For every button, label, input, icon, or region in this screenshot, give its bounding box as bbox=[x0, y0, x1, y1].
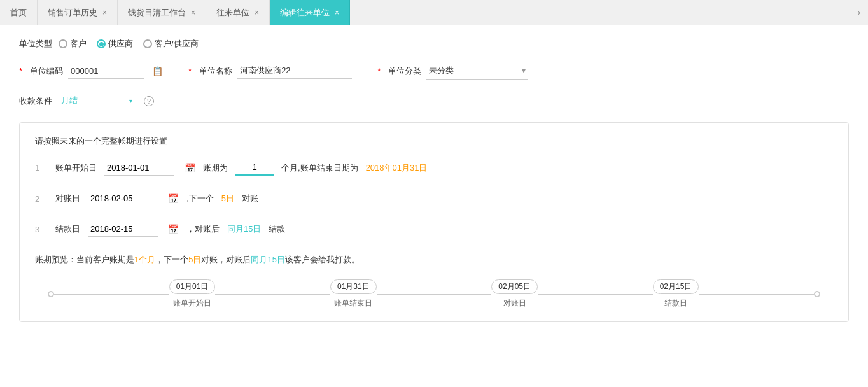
preview-months: 1个月 bbox=[134, 255, 155, 264]
period-check-day-highlight: 5日 bbox=[221, 193, 234, 204]
period-field-label-2: 对账日 bbox=[55, 193, 80, 204]
unit-category-label: 单位分类 bbox=[388, 66, 421, 77]
radio-supplier-circle bbox=[97, 39, 106, 48]
preview-text: 账期预览：当前客户账期是1个月，下一个5日对账，对账后同月15日该客户会给我打款… bbox=[35, 252, 833, 267]
timeline-seg-4 bbox=[538, 294, 653, 295]
timeline-point-4: 02月15日 结款日 bbox=[653, 279, 699, 309]
unit-category-select[interactable]: 未分类 ▾ bbox=[426, 62, 528, 80]
unit-code-input[interactable] bbox=[68, 64, 144, 79]
period-pay-day-highlight: 同月15日 bbox=[227, 223, 261, 235]
unit-type-label: 单位类型 bbox=[19, 38, 52, 50]
close-tab-partner[interactable]: × bbox=[255, 8, 259, 17]
period-num-2: 2 bbox=[35, 194, 48, 204]
timeline-point-1: 01月01日 账单开始日 bbox=[169, 279, 216, 309]
timeline-seg-1 bbox=[54, 294, 169, 295]
close-tab-sales-history[interactable]: × bbox=[102, 8, 107, 17]
period-cal-icon-1[interactable]: 📅 bbox=[185, 163, 195, 173]
period-end-date-highlight: 2018年01月31日 bbox=[366, 162, 428, 174]
timeline: 01月01日 账单开始日 01月31日 账单结束日 02月05日 对账日 02月… bbox=[35, 279, 833, 309]
unit-code-group: * 单位编码 📋 bbox=[19, 64, 163, 79]
tab-edit-partner[interactable]: 编辑往来单位 × bbox=[270, 0, 350, 25]
close-tab-cash-work[interactable]: × bbox=[191, 8, 195, 17]
timeline-label-4: 结款日 bbox=[664, 298, 687, 309]
period-title: 请按照未来的一个完整帐期进行设置 bbox=[35, 136, 833, 147]
payment-value: 月结 bbox=[61, 95, 127, 106]
unit-info-row: * 单位编码 📋 * 单位名称 * 单位分类 未分类 ▾ bbox=[19, 62, 849, 80]
period-month-input[interactable] bbox=[235, 160, 274, 176]
period-cal-icon-3[interactable]: 📅 bbox=[168, 224, 179, 234]
copy-icon[interactable]: 📋 bbox=[152, 66, 163, 76]
period-desc-2-prefix: ,下一个 bbox=[186, 193, 214, 204]
timeline-badge-2: 01月31日 bbox=[330, 279, 377, 294]
period-field-label-3: 结款日 bbox=[55, 223, 80, 235]
period-pay-date-input[interactable] bbox=[88, 222, 158, 237]
period-row-1: 1 账单开始日 📅 账期为 个月,账单结束日期为 2018年01月31日 bbox=[35, 160, 833, 176]
period-num-3: 3 bbox=[35, 225, 48, 234]
payment-chevron-icon: ▾ bbox=[129, 97, 132, 104]
period-row-3: 3 结款日 📅 ，对账后 同月15日 结款 bbox=[35, 222, 833, 237]
payment-label: 收款条件 bbox=[19, 95, 52, 107]
unit-type-row: 单位类型 客户 供应商 客户/供应商 bbox=[19, 38, 849, 50]
period-field-label-1: 账单开始日 bbox=[55, 162, 97, 174]
unit-name-group: * 单位名称 bbox=[188, 64, 352, 79]
close-tab-edit-partner[interactable]: × bbox=[335, 8, 339, 17]
unit-category-group: * 单位分类 未分类 ▾ bbox=[377, 62, 528, 80]
period-cal-icon-2[interactable]: 📅 bbox=[168, 194, 179, 204]
timeline-start-dot bbox=[48, 291, 54, 297]
radio-customer[interactable]: 客户 bbox=[59, 38, 87, 50]
timeline-end-dot bbox=[814, 291, 820, 297]
timeline-badge-3: 02月05日 bbox=[491, 279, 538, 294]
radio-customer-supplier-circle bbox=[143, 39, 152, 48]
unit-category-value: 未分类 bbox=[429, 65, 519, 76]
unit-type-radio-group: 客户 供应商 客户/供应商 bbox=[59, 38, 199, 50]
radio-customer-supplier[interactable]: 客户/供应商 bbox=[143, 38, 199, 50]
tab-sales-history[interactable]: 销售订单历史 × bbox=[38, 0, 118, 25]
timeline-seg-3 bbox=[377, 294, 492, 295]
period-desc-3-suffix: 结款 bbox=[269, 223, 285, 235]
preview-check-day: 5日 bbox=[188, 255, 201, 264]
period-desc-middle: 账期为 bbox=[203, 162, 228, 174]
timeline-seg-2 bbox=[215, 294, 330, 295]
period-desc-2-suffix: 对账 bbox=[242, 193, 258, 204]
period-desc-3-prefix: ，对账后 bbox=[186, 223, 220, 235]
timeline-seg-5 bbox=[699, 294, 814, 295]
unit-name-input[interactable] bbox=[237, 64, 352, 79]
timeline-badge-4: 02月15日 bbox=[653, 279, 699, 294]
payment-select[interactable]: 月结 ▾ bbox=[59, 92, 135, 109]
period-box: 请按照未来的一个完整帐期进行设置 1 账单开始日 📅 账期为 个月,账单结束日期… bbox=[19, 122, 849, 322]
unit-name-label: 单位名称 bbox=[199, 66, 232, 77]
period-row-2: 2 对账日 📅 ,下一个 5日 对账 bbox=[35, 191, 833, 206]
period-desc-1-prefix: 个月,账单结束日期为 bbox=[281, 162, 358, 174]
timeline-label-2: 账单结束日 bbox=[334, 298, 372, 309]
timeline-label-1: 账单开始日 bbox=[173, 298, 211, 309]
radio-supplier[interactable]: 供应商 bbox=[97, 38, 133, 50]
preview-pay-day: 同月15日 bbox=[251, 255, 284, 264]
timeline-point-3: 02月05日 对账日 bbox=[491, 279, 538, 309]
help-icon[interactable]: ? bbox=[144, 96, 154, 106]
timeline-point-2: 01月31日 账单结束日 bbox=[330, 279, 377, 309]
tab-partner[interactable]: 往来单位 × bbox=[206, 0, 270, 25]
tab-cash-work[interactable]: 钱货日清工作台 × bbox=[118, 0, 206, 25]
main-content: 单位类型 客户 供应商 客户/供应商 * 单位编码 📋 * 单位名称 bbox=[0, 25, 868, 387]
period-check-date-input[interactable] bbox=[88, 191, 158, 206]
timeline-badge-1: 01月01日 bbox=[169, 279, 216, 294]
tabs-bar: 首页 销售订单历史 × 钱货日清工作台 × 往来单位 × 编辑往来单位 × › bbox=[0, 0, 868, 25]
tabs-arrow[interactable]: › bbox=[850, 8, 868, 17]
period-start-date-input[interactable] bbox=[104, 160, 174, 176]
period-num-1: 1 bbox=[35, 163, 48, 172]
chevron-down-icon: ▾ bbox=[522, 66, 526, 75]
payment-row: 收款条件 月结 ▾ ? bbox=[19, 92, 849, 109]
tab-home[interactable]: 首页 bbox=[0, 0, 38, 25]
unit-code-label: 单位编码 bbox=[30, 66, 63, 77]
timeline-label-3: 对账日 bbox=[503, 298, 526, 309]
radio-customer-circle bbox=[59, 39, 67, 48]
